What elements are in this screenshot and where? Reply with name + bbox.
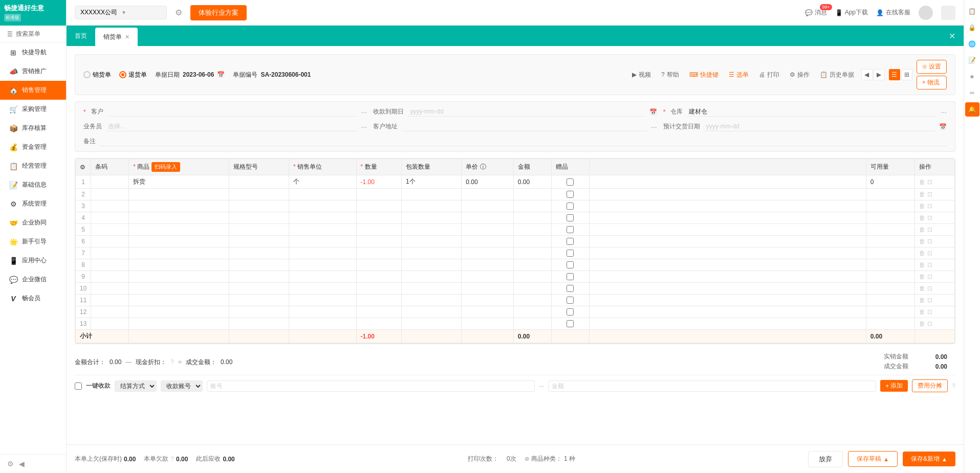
row-product[interactable] bbox=[129, 189, 229, 200]
copy-icon[interactable]: ⊡ bbox=[927, 202, 932, 210]
row-qty[interactable] bbox=[356, 271, 401, 283]
note-input[interactable] bbox=[100, 137, 947, 146]
gift-checkbox[interactable] bbox=[567, 178, 574, 186]
row-amount[interactable] bbox=[513, 236, 551, 247]
grid-view-btn[interactable]: ⊞ bbox=[901, 69, 912, 80]
history-btn[interactable]: 📋 历史单据 bbox=[817, 70, 857, 80]
row-price[interactable] bbox=[462, 318, 514, 330]
save-new-button[interactable]: 保存&新增 ▲ bbox=[903, 452, 955, 466]
radio-sales[interactable]: 销货单 bbox=[83, 71, 111, 79]
sidebar-item-basic[interactable]: 📝 基础信息 bbox=[0, 175, 66, 194]
customer-input[interactable] bbox=[107, 107, 357, 117]
account-input[interactable] bbox=[207, 380, 535, 392]
row-gift[interactable] bbox=[551, 189, 589, 200]
operation-btn[interactable]: ⚙ 操作 bbox=[787, 70, 813, 80]
row-unit[interactable] bbox=[289, 259, 356, 271]
expense-button[interactable]: 费用分摊 bbox=[912, 379, 948, 392]
row-pkg-qty[interactable] bbox=[402, 212, 462, 224]
delete-icon[interactable]: 🗑 bbox=[919, 238, 925, 245]
gift-checkbox[interactable] bbox=[567, 226, 574, 233]
row-spec[interactable] bbox=[229, 212, 289, 224]
gift-checkbox[interactable] bbox=[567, 320, 574, 327]
delete-icon[interactable]: 🗑 bbox=[919, 273, 925, 280]
payment-account-select[interactable]: 收款账号 bbox=[161, 380, 203, 392]
row-pkg-qty[interactable] bbox=[402, 189, 462, 200]
sidebar-item-capital[interactable]: 💰 资金管理 bbox=[0, 138, 66, 156]
discard-button[interactable]: 放弃 bbox=[808, 451, 843, 467]
row-qty[interactable] bbox=[356, 283, 401, 295]
row-barcode[interactable] bbox=[91, 283, 129, 295]
salesperson-dots[interactable]: ··· bbox=[361, 123, 367, 131]
row-amount[interactable] bbox=[513, 306, 551, 318]
sidebar-item-sales[interactable]: 🏠 销售管理 bbox=[0, 81, 66, 100]
row-gift[interactable] bbox=[551, 236, 589, 247]
add-button[interactable]: + 添加 bbox=[880, 380, 908, 392]
row-barcode[interactable] bbox=[91, 247, 129, 259]
row-product[interactable] bbox=[129, 200, 229, 212]
copy-icon[interactable]: ⊡ bbox=[927, 285, 932, 292]
copy-icon[interactable]: ⊡ bbox=[927, 250, 932, 257]
row-qty[interactable] bbox=[356, 259, 401, 271]
row-product[interactable]: 拆货 bbox=[129, 175, 229, 189]
gift-checkbox[interactable] bbox=[567, 214, 574, 221]
row-barcode[interactable] bbox=[91, 189, 129, 200]
row-qty[interactable] bbox=[356, 306, 401, 318]
col-settings[interactable]: ⚙ bbox=[76, 159, 91, 175]
tool-edit[interactable]: 📝 bbox=[965, 53, 979, 67]
row-amount[interactable] bbox=[513, 200, 551, 212]
setting-button[interactable]: ⊙ 设置 bbox=[917, 60, 947, 74]
copy-icon[interactable]: ⊡ bbox=[927, 226, 932, 233]
row-amount[interactable] bbox=[513, 247, 551, 259]
copy-icon[interactable]: ⊡ bbox=[927, 320, 932, 327]
row-unit[interactable] bbox=[289, 224, 356, 236]
row-product[interactable] bbox=[129, 295, 229, 306]
amount-input[interactable] bbox=[548, 380, 876, 392]
row-product[interactable] bbox=[129, 212, 229, 224]
due-date-cal-icon[interactable]: 📅 bbox=[649, 108, 657, 116]
online-service-item[interactable]: 👤 在线客服 bbox=[876, 8, 910, 17]
gift-checkbox[interactable] bbox=[567, 285, 574, 292]
discount-help-icon[interactable]: ? bbox=[170, 358, 174, 366]
video-btn[interactable]: ▶ 视频 bbox=[629, 70, 654, 80]
copy-icon[interactable]: ⊡ bbox=[927, 178, 932, 186]
delete-icon[interactable]: 🗑 bbox=[919, 250, 925, 257]
sidebar-item-system[interactable]: ⚙ 系统管理 bbox=[0, 194, 66, 213]
list-view-btn[interactable]: ☰ bbox=[889, 69, 900, 80]
expected-date-cal-icon[interactable]: 📅 bbox=[939, 123, 947, 130]
footer-help-icon[interactable]: ? bbox=[952, 382, 955, 390]
row-price[interactable] bbox=[462, 247, 514, 259]
row-price[interactable] bbox=[462, 224, 514, 236]
row-price[interactable] bbox=[462, 189, 514, 200]
row-qty[interactable] bbox=[356, 247, 401, 259]
sidebar-item-app[interactable]: 📱 应用中心 bbox=[0, 251, 66, 270]
gift-checkbox[interactable] bbox=[567, 261, 574, 268]
row-gift[interactable] bbox=[551, 224, 589, 236]
salesperson-input[interactable] bbox=[106, 122, 357, 131]
row-gift[interactable] bbox=[551, 283, 589, 295]
row-gift[interactable] bbox=[551, 271, 589, 283]
sidebar-item-operation[interactable]: 📋 经营管理 bbox=[0, 156, 66, 175]
row-qty[interactable]: -1.00 bbox=[356, 175, 401, 189]
row-price[interactable] bbox=[462, 283, 514, 295]
row-spec[interactable] bbox=[229, 318, 289, 330]
company-selector[interactable]: XXXXXX公司 ▼ bbox=[75, 6, 167, 19]
delete-icon[interactable]: 🗑 bbox=[919, 202, 925, 210]
row-barcode[interactable] bbox=[91, 212, 129, 224]
row-unit[interactable]: 个 bbox=[289, 175, 356, 189]
row-pkg-qty[interactable]: 1个 bbox=[402, 175, 462, 189]
delete-icon[interactable]: 🗑 bbox=[919, 191, 925, 198]
row-unit[interactable] bbox=[289, 295, 356, 306]
sidebar-item-guide[interactable]: 🌟 新手引导 bbox=[0, 232, 66, 251]
row-product[interactable] bbox=[129, 259, 229, 271]
tool-lock[interactable]: 🔒 bbox=[965, 20, 979, 35]
sidebar-item-coop[interactable]: 🤝 企业协同 bbox=[0, 213, 66, 232]
logistics-button[interactable]: + 物流 bbox=[917, 76, 947, 89]
payment-method-select[interactable]: 结算方式 bbox=[115, 380, 157, 392]
warehouse-dots[interactable]: ··· bbox=[941, 108, 947, 116]
row-gift[interactable] bbox=[551, 200, 589, 212]
close-all-tabs[interactable]: ✕ bbox=[949, 31, 955, 41]
row-spec[interactable] bbox=[229, 295, 289, 306]
row-price[interactable] bbox=[462, 259, 514, 271]
settings-button[interactable]: ⚙ bbox=[175, 8, 182, 17]
gift-checkbox[interactable] bbox=[567, 238, 574, 245]
